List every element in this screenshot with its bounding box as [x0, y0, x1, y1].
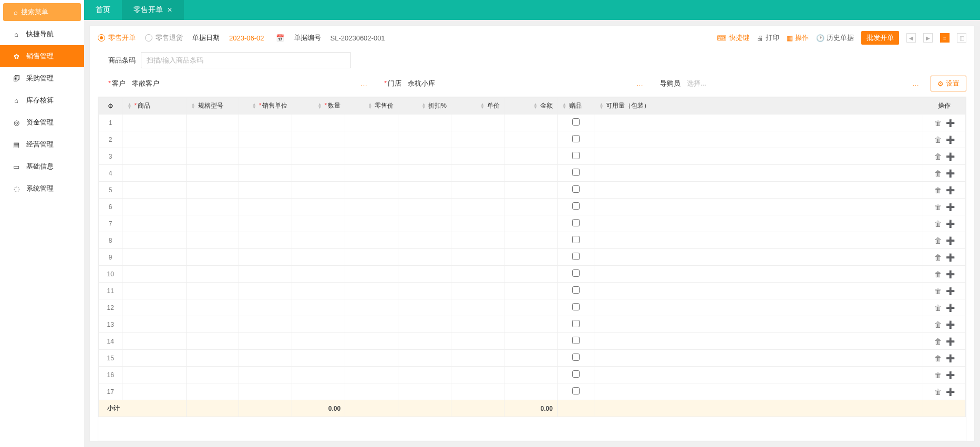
cell-qty[interactable]	[292, 350, 345, 367]
table-row[interactable]: 7🗑➕	[99, 215, 966, 232]
delete-icon[interactable]: 🗑	[934, 203, 942, 211]
tab-retail-order[interactable]: 零售开单 ✕	[122, 0, 184, 20]
cell-qty[interactable]	[292, 131, 345, 148]
cell-price[interactable]	[345, 115, 398, 131]
th-gift[interactable]: ▲▼赠品	[557, 98, 594, 115]
cell-price[interactable]	[345, 383, 398, 400]
sidebar-item-5[interactable]: ▤经营管理	[0, 133, 84, 155]
cell-spec[interactable]	[186, 316, 239, 333]
th-uprice[interactable]: ▲▼单价	[451, 98, 504, 115]
cell-uprice[interactable]	[451, 232, 504, 249]
cell-amount[interactable]	[504, 316, 557, 333]
cell-uprice[interactable]	[451, 215, 504, 232]
cell-amount[interactable]	[504, 215, 557, 232]
table-row[interactable]: 10🗑➕	[99, 266, 966, 283]
cell-gift[interactable]	[557, 333, 594, 350]
nav-next-button[interactable]: ▶	[923, 33, 933, 43]
guide-lookup-icon[interactable]: …	[906, 80, 925, 88]
gift-checkbox[interactable]	[572, 169, 580, 176]
th-avail[interactable]: ▲▼可用量（包装）	[594, 98, 923, 115]
cell-unit[interactable]	[239, 316, 292, 333]
add-row-icon[interactable]: ➕	[946, 169, 955, 178]
delete-icon[interactable]: 🗑	[934, 169, 942, 178]
cell-gift[interactable]	[557, 299, 594, 316]
cell-uprice[interactable]	[451, 367, 504, 383]
cell-gift[interactable]	[557, 367, 594, 383]
gift-checkbox[interactable]	[572, 387, 580, 394]
cell-uprice[interactable]	[451, 266, 504, 283]
cell-discount[interactable]	[398, 131, 451, 148]
add-row-icon[interactable]: ➕	[946, 220, 955, 228]
cell-product[interactable]	[122, 115, 186, 131]
cell-product[interactable]	[122, 283, 186, 299]
cell-discount[interactable]	[398, 383, 451, 400]
customer-select[interactable]: 零散客户	[131, 77, 349, 91]
cell-qty[interactable]	[292, 148, 345, 165]
cell-product[interactable]	[122, 182, 186, 199]
cell-price[interactable]	[345, 215, 398, 232]
tab-home[interactable]: 首页	[84, 0, 122, 20]
cell-amount[interactable]	[504, 249, 557, 266]
add-row-icon[interactable]: ➕	[946, 270, 955, 278]
cell-price[interactable]	[345, 367, 398, 383]
cell-spec[interactable]	[186, 249, 239, 266]
cell-spec[interactable]	[186, 283, 239, 299]
delete-icon[interactable]: 🗑	[934, 270, 942, 278]
sidebar-item-3[interactable]: ⌂库存核算	[0, 89, 84, 111]
delete-icon[interactable]: 🗑	[934, 304, 942, 312]
cell-discount[interactable]	[398, 266, 451, 283]
cell-unit[interactable]	[239, 182, 292, 199]
gift-checkbox[interactable]	[572, 202, 580, 210]
delete-icon[interactable]: 🗑	[934, 371, 942, 379]
cell-discount[interactable]	[398, 232, 451, 249]
gift-checkbox[interactable]	[572, 354, 580, 361]
cell-price[interactable]	[345, 148, 398, 165]
cell-gift[interactable]	[557, 165, 594, 182]
cell-price[interactable]	[345, 333, 398, 350]
cell-amount[interactable]	[504, 182, 557, 199]
cell-qty[interactable]	[292, 266, 345, 283]
cell-amount[interactable]	[504, 165, 557, 182]
cell-unit[interactable]	[239, 283, 292, 299]
cell-spec[interactable]	[186, 333, 239, 350]
cell-qty[interactable]	[292, 283, 345, 299]
cell-spec[interactable]	[186, 115, 239, 131]
gift-checkbox[interactable]	[572, 152, 580, 159]
cell-qty[interactable]	[292, 215, 345, 232]
delete-icon[interactable]: 🗑	[934, 236, 942, 245]
delete-icon[interactable]: 🗑	[934, 119, 942, 127]
add-row-icon[interactable]: ➕	[946, 136, 955, 144]
add-row-icon[interactable]: ➕	[946, 186, 955, 194]
add-row-icon[interactable]: ➕	[946, 152, 955, 161]
delete-icon[interactable]: 🗑	[934, 186, 942, 194]
cell-gift[interactable]	[557, 131, 594, 148]
table-row[interactable]: 8🗑➕	[99, 232, 966, 249]
cell-unit[interactable]	[239, 148, 292, 165]
cell-amount[interactable]	[504, 232, 557, 249]
table-row[interactable]: 6🗑➕	[99, 199, 966, 215]
cell-product[interactable]	[122, 165, 186, 182]
cell-discount[interactable]	[398, 367, 451, 383]
cell-spec[interactable]	[186, 383, 239, 400]
cell-discount[interactable]	[398, 148, 451, 165]
cell-amount[interactable]	[504, 367, 557, 383]
cell-gift[interactable]	[557, 316, 594, 333]
add-row-icon[interactable]: ➕	[946, 388, 955, 396]
cell-qty[interactable]	[292, 115, 345, 131]
cell-product[interactable]	[122, 249, 186, 266]
th-gear[interactable]: ⚙	[99, 98, 122, 115]
th-discount[interactable]: ▲▼折扣%	[398, 98, 451, 115]
history-button[interactable]: 🕑 历史单据	[816, 33, 854, 43]
cell-unit[interactable]	[239, 383, 292, 400]
barcode-input[interactable]	[141, 52, 351, 68]
th-product[interactable]: ▲▼*商品	[122, 98, 186, 115]
cell-product[interactable]	[122, 333, 186, 350]
cell-price[interactable]	[345, 232, 398, 249]
cell-unit[interactable]	[239, 350, 292, 367]
cell-uprice[interactable]	[451, 383, 504, 400]
cell-product[interactable]	[122, 199, 186, 215]
gift-checkbox[interactable]	[572, 286, 580, 294]
sidebar-item-0[interactable]: ⌂快捷导航	[0, 23, 84, 45]
cell-gift[interactable]	[557, 249, 594, 266]
table-row[interactable]: 5🗑➕	[99, 182, 966, 199]
